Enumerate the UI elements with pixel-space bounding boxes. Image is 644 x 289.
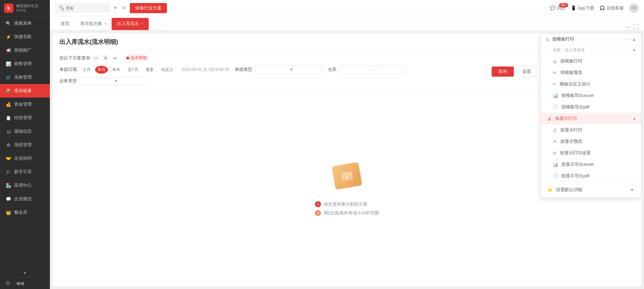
active-filter-tag[interactable]: 流水明细 — [124, 54, 149, 62]
set-default-button[interactable]: ⭐ 设置默认功能 ▼ — [545, 185, 636, 195]
query-button[interactable]: 查询 — [492, 67, 514, 77]
display-printer-icon: 🖨 — [547, 116, 552, 121]
filter-tag-dot — [126, 57, 129, 59]
sidebar-bottom: ⚙ ◀◀ — [0, 277, 50, 289]
dropdown-chevron-up-icon[interactable]: ▲ — [632, 37, 636, 42]
sidebar-item-label: 采购管理 — [14, 74, 32, 80]
wechat-icon: 💬 — [5, 196, 11, 202]
tab-batch-close[interactable]: × — [104, 22, 106, 26]
dropdown-template-print[interactable]: 🖨 按模板打印 — [540, 55, 641, 67]
cooperation-icon: 🤝 — [5, 155, 11, 161]
date-tab-this-month[interactable]: 本月 — [95, 66, 108, 74]
doc-type-filter: 单据类型 ▼ — [235, 65, 322, 74]
online-service-button[interactable]: 🎧 在线客服 — [599, 5, 624, 11]
sidebar-item-system[interactable]: ⚙ 系统管理 — [0, 138, 50, 152]
collapse-sidebar-icon[interactable]: ◀◀ — [16, 280, 24, 286]
sidebar-item-marketing[interactable]: 📢 营销推广 — [0, 44, 50, 57]
template-pdf-label: 按模板导出pdf — [561, 104, 589, 110]
empty-step-1: 1 请先选择要分析的方案 — [315, 201, 379, 207]
dropdown-template-export-pdf[interactable]: 📄 按模板导出pdf — [540, 101, 641, 113]
tab-flow[interactable]: 出入库流水 × — [112, 18, 148, 30]
sidebar-item-member[interactable]: 👑 畅会员 — [0, 206, 50, 219]
sidebar-item-sales[interactable]: 📊 销售管理 — [0, 57, 50, 71]
template-preview-label: 按模板预览 — [560, 70, 582, 76]
sidebar-item-purchase[interactable]: 🛒 采购管理 — [0, 71, 50, 84]
sidebar-item-finance[interactable]: 💰 资金管理 — [0, 98, 50, 111]
sidebar-item-shortcut[interactable]: ⚡ 快捷导航 — [0, 30, 50, 44]
sidebar-item-label: 营销推广 — [14, 47, 32, 53]
date-tab-custom[interactable]: 自定义 — [158, 66, 176, 74]
empty-step-2-text: 用[过滤]条件来缩小分析范围 — [324, 210, 379, 216]
sidebar-item-basic[interactable]: 🗂 基础信息 — [0, 125, 50, 138]
sidebar-item-newbie[interactable]: 🎓 新手引导 — [0, 165, 50, 179]
search-input[interactable] — [66, 6, 99, 10]
sidebar-item-operations[interactable]: 📋 经营管理 — [0, 111, 50, 125]
filter-collapse-button[interactable]: ≪ — [112, 55, 118, 61]
date-tab-7days[interactable]: 近7天 — [125, 66, 141, 74]
dropdown-display-print[interactable]: 🖨 按显示打印 — [540, 124, 641, 136]
display-excel-icon: 📊 — [553, 162, 558, 167]
topbar-dropdown-icon[interactable]: ▼ — [113, 5, 118, 10]
app-download-button[interactable]: 📱 App下载 — [571, 5, 594, 11]
display-print-chevron: ▲ — [633, 116, 636, 121]
date-tab-more[interactable]: 更多 — [143, 66, 157, 74]
dropdown-template-custom-design[interactable]: ✏ 模板自定义设计 — [540, 78, 641, 90]
tab-minimize-icon[interactable]: — — [625, 24, 631, 30]
sidebar-item-appcenter[interactable]: 🏪 应用中心 — [0, 179, 50, 192]
dropdown-more-icon[interactable]: ··· — [625, 36, 629, 42]
date-tab-last-month[interactable]: 上月 — [80, 66, 94, 74]
settings-gear-icon[interactable]: ⚙ — [5, 280, 10, 286]
sidebar-item-cooperation[interactable]: 🤝 企业协同 — [0, 152, 50, 165]
filter-settings-button[interactable]: ⚙ — [102, 55, 109, 61]
dropdown-display-export-excel[interactable]: 📊 按显示导出excel — [540, 159, 641, 170]
biz-type-select[interactable]: ▼ — [80, 77, 147, 85]
dropdown-display-print-section[interactable]: 🖨 按显示打印 ▲ — [540, 113, 641, 124]
dropdown-template-export-excel[interactable]: 📊 按模板导出excel — [540, 90, 641, 101]
set-default-chevron: ▼ — [630, 187, 634, 192]
display-print-settings-label: 按显示打印设置 — [560, 150, 591, 156]
display-excel-label: 按显示导出excel — [561, 161, 593, 167]
industry-solution-button[interactable]: 体验行业方案 — [130, 3, 167, 13]
app-logo-icon: b — [4, 3, 13, 13]
app-tag: 标准版 — [16, 8, 38, 13]
tab-batch[interactable]: 库存批次账 × — [75, 18, 112, 30]
dropdown-display-export-pdf[interactable]: 📄 按显示导出pdf — [540, 170, 641, 182]
sidebar-item-search[interactable]: 🔍 搜索菜单 — [0, 17, 50, 30]
sidebar-item-label: 企业协同 — [14, 155, 32, 161]
date-field-label: 单据日期 — [59, 67, 77, 73]
empty-step-2: 2 用[过滤]条件来缩小分析范围 — [315, 210, 379, 216]
sidebar-item-label: 新手引导 — [14, 169, 32, 175]
sidebar-item-inventory[interactable]: 📦 库存核算 — [0, 84, 50, 98]
member-icon: 👑 — [5, 209, 11, 215]
doc-type-label: 单据类型 — [235, 67, 252, 73]
purchase-icon: 🛒 — [5, 74, 11, 80]
date-tabs: 上月 本月 本年 近7天 更多 自定义 — [80, 66, 176, 74]
dropdown-display-preview[interactable]: 👁 按显示预览 — [540, 136, 641, 147]
tab-home[interactable]: 首页 — [55, 18, 75, 30]
tab-maximize-icon[interactable]: ⛶ — [633, 24, 639, 30]
dropdown-display-print-settings[interactable]: ⚙ 按显示打印设置 — [540, 147, 641, 159]
display-print-label: 按显示打印 — [560, 127, 582, 133]
message-button[interactable]: 💬 消息 99+ — [550, 5, 565, 11]
topbar-settings-icon[interactable]: ⚙ — [122, 5, 126, 10]
user-avatar[interactable]: Rit — [629, 3, 639, 13]
topbar-search-box[interactable]: 🔍 — [55, 4, 109, 12]
filter-add-button[interactable]: + — [93, 55, 99, 61]
sidebar-scroll-down[interactable]: ▼ — [0, 269, 50, 277]
sidebar-item-wechat[interactable]: 💬 企业微信 — [0, 192, 50, 206]
display-print-section-label: 🖨 按显示打印 — [547, 115, 577, 122]
tab-flow-close[interactable]: × — [141, 22, 143, 26]
tab-home-label: 首页 — [61, 21, 69, 27]
doc-type-select[interactable]: ▼ — [255, 65, 322, 74]
date-tab-this-year[interactable]: 本年 — [109, 66, 123, 74]
settings-button[interactable]: 设置 — [517, 66, 537, 77]
filter-query-label: 按以下方案查询 — [59, 55, 90, 61]
dropdown-template-preview[interactable]: 👁 按模板预览 — [540, 67, 641, 78]
finance-icon: 💰 — [5, 101, 11, 107]
printer-section-icon: 🖨 — [545, 37, 550, 42]
dropdown-template-print-header[interactable]: 🖨 按模板打印 ··· ▲ — [540, 33, 641, 45]
template-excel-label: 按模板导出excel — [561, 93, 593, 99]
warehouse-select[interactable]: ··· — [339, 65, 407, 74]
sidebar-item-label: 搜索菜单 — [14, 20, 32, 26]
tab-batch-label: 库存批次账 — [80, 21, 102, 27]
